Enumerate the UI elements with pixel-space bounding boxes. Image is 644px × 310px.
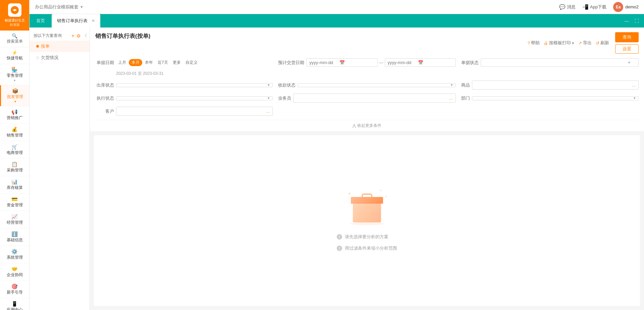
- ship-status-select[interactable]: ▾: [116, 83, 273, 87]
- message-icon: 💬: [559, 4, 566, 10]
- tab-sales-order[interactable]: 销售订单执行表 ✕: [52, 14, 100, 28]
- date-btn-current-year[interactable]: 本年: [143, 59, 155, 66]
- sidebar-item-ecommerce[interactable]: 🛒 电商管理: [0, 141, 29, 159]
- order-status-select[interactable]: ▾: [481, 58, 639, 67]
- sidebar-item-operations[interactable]: 📈 经营管理: [0, 211, 29, 228]
- sidebar-item-appstore[interactable]: 📱 应用中心: [0, 298, 29, 310]
- expected-date-end[interactable]: [388, 60, 418, 65]
- expected-date-label: 预计交货日期: [278, 60, 304, 66]
- empty-tip1: 请先选择要分析的方案: [345, 232, 388, 242]
- order-status-label: 单据状态: [461, 60, 479, 66]
- left-panel: 按以下方案查询 + ⚙ 《 按单 欠货情况: [30, 28, 90, 310]
- ship-status-label: 出库状态: [95, 82, 114, 88]
- user-profile[interactable]: Ea demo2: [613, 2, 639, 12]
- sidebar-item-enterprise[interactable]: 🤝 企业协同: [0, 263, 29, 281]
- sidebar-item-retail[interactable]: 🏪 零售管理 ▾: [0, 64, 29, 85]
- scheme-item-按单[interactable]: 按单: [30, 41, 90, 52]
- empty-tips: 1 请先选择要分析的方案 2 用过滤条件来缩小分析范围: [337, 232, 397, 253]
- sidebar-item-marketing[interactable]: 📢 营销推广: [0, 106, 29, 124]
- goods-label: 商品: [461, 82, 470, 88]
- date-btn-current-month[interactable]: 本月: [129, 59, 142, 66]
- settings-scheme-btn[interactable]: ⚙: [76, 33, 81, 39]
- query-button[interactable]: 查询: [615, 32, 639, 42]
- exec-status-label: 执行状态: [95, 95, 114, 101]
- date-dash: —: [379, 60, 383, 65]
- date-range-text: 2023-03-01 至 2023-03-31: [116, 71, 163, 76]
- order-status-arrow-icon: ▾: [628, 60, 630, 65]
- sidebar-item-finance[interactable]: 💳 资金管理: [0, 194, 29, 211]
- date-btn-custom[interactable]: 自定义: [183, 59, 200, 66]
- date-btn-last7[interactable]: 近7天: [156, 59, 170, 66]
- salesperson-ellipsis-btn[interactable]: ...: [449, 96, 453, 101]
- date-btn-last-month[interactable]: 上月: [116, 59, 128, 66]
- customer-label: 客户: [95, 108, 114, 114]
- sidebar-logo[interactable]: 畅捷通好生意 标准版: [0, 0, 29, 31]
- dept-select[interactable]: ▾: [472, 96, 639, 100]
- export-btn[interactable]: ↗ 导出: [578, 40, 592, 46]
- payment-status-label: 收款状态: [278, 82, 296, 88]
- breadcrumb-arrow-icon: ▾: [80, 4, 83, 9]
- settings-button[interactable]: 设置: [615, 44, 639, 54]
- app-download-btn[interactable]: 📲 App下载: [582, 4, 606, 10]
- svg-point-1: [14, 9, 16, 11]
- date-btn-more[interactable]: 更多: [171, 59, 183, 66]
- avatar: Ea: [613, 2, 623, 12]
- sidebar-search[interactable]: 🔍 搜索菜单: [0, 31, 29, 47]
- sidebar-quick-nav[interactable]: ⚡ 快捷导航: [0, 47, 29, 64]
- filter-section: 销售订单执行表(按单) ? 帮助 🖨 按模板打印 ▾: [90, 28, 644, 131]
- refresh-icon: ↺: [596, 41, 599, 46]
- collapse-panel-btn[interactable]: 《: [83, 33, 87, 39]
- sidebar-item-basic[interactable]: ℹ️ 基础信息: [0, 228, 29, 246]
- add-scheme-btn[interactable]: +: [71, 33, 74, 39]
- exec-status-arrow-icon: ▾: [268, 96, 270, 100]
- print-icon: 🖨: [544, 41, 548, 46]
- tab-expand-btn[interactable]: ⛶: [633, 17, 641, 25]
- payment-status-select[interactable]: ▾: [298, 83, 455, 87]
- exec-status-select[interactable]: ▾: [116, 96, 273, 100]
- print-btn[interactable]: 🖨 按模板打印 ▾: [544, 40, 574, 46]
- top-header: 办公用品行业模拟账套 ▾ 💬 消息 📲 App下载 Ea demo2: [30, 0, 644, 14]
- tab-minimize-btn[interactable]: —: [623, 17, 631, 25]
- sidebar: 畅捷通好生意 标准版 🔍 搜索菜单 ⚡ 快捷导航 🏪 零售管理 ▾ 📦 批发管理…: [0, 0, 30, 310]
- salesperson-label: 业务员: [278, 95, 291, 101]
- refresh-btn[interactable]: ↺ 刷新: [596, 40, 609, 46]
- print-arrow-icon: ▾: [572, 41, 574, 46]
- payment-status-arrow-icon: ▾: [451, 83, 453, 87]
- username: demo2: [625, 4, 639, 9]
- tab-close-icon[interactable]: ✕: [92, 18, 95, 23]
- download-icon: 📲: [582, 4, 589, 10]
- customer-ellipsis-btn[interactable]: ...: [266, 109, 270, 114]
- sidebar-item-newbie[interactable]: 🎯 新手引导: [0, 281, 29, 298]
- tab-bar: 首页 销售订单执行表 ✕ — ⛶: [30, 14, 644, 28]
- breadcrumb[interactable]: 办公用品行业模拟账套 ▾: [35, 4, 83, 10]
- collapse-row: ⋀ 收起更多条件: [95, 120, 639, 131]
- help-btn[interactable]: ? 帮助: [528, 40, 540, 46]
- page-title: 销售订单执行表(按单): [95, 32, 150, 40]
- sidebar-item-inventory[interactable]: 📊 库存核算: [0, 176, 29, 194]
- ship-status-arrow-icon: ▾: [268, 83, 270, 87]
- sidebar-item-purchase[interactable]: 📋 采购管理: [0, 159, 29, 176]
- calendar-end-icon[interactable]: 📅: [418, 60, 423, 65]
- tab-home[interactable]: 首页: [30, 14, 52, 28]
- calendar-start-icon[interactable]: 📅: [339, 60, 345, 65]
- expected-date-start[interactable]: [309, 60, 339, 65]
- logo-text: 畅捷通好生意: [5, 18, 25, 22]
- sidebar-item-sales[interactable]: 💰 销售管理: [0, 124, 29, 141]
- dept-label: 部门: [461, 95, 470, 101]
- collapse-btn[interactable]: ⋀ 收起更多条件: [353, 123, 381, 128]
- help-icon: ?: [528, 41, 530, 46]
- scheme-item-欠货情况[interactable]: 欠货情况: [30, 52, 90, 63]
- date-label: 单据日期: [95, 60, 114, 66]
- goods-ellipsis-btn[interactable]: ...: [632, 83, 636, 88]
- message-btn[interactable]: 💬 消息: [559, 4, 576, 10]
- circle-icon: [36, 56, 39, 59]
- sidebar-item-system[interactable]: ⚙️ 系统管理: [0, 246, 29, 263]
- sidebar-item-wholesale[interactable]: 📦 批发管理 ▾: [0, 85, 29, 106]
- export-icon: ↗: [578, 41, 582, 46]
- collapse-up-icon: ⋀: [353, 123, 356, 128]
- dept-arrow-icon: ▾: [634, 96, 636, 100]
- empty-tip2: 用过滤条件来缩小分析范围: [345, 243, 397, 253]
- logo-sub: 标准版: [10, 22, 20, 27]
- empty-state: ✦ ✦ ✦ 1 请先选择要分析的方案 2 用过滤条件来缩小分析范围: [94, 135, 640, 306]
